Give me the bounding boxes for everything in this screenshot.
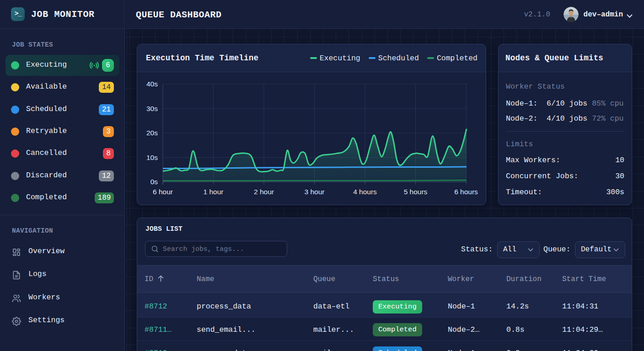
svg-text:4 hours: 4 hours: [353, 188, 377, 196]
svg-text:5 hours: 5 hours: [404, 188, 428, 196]
svg-text:20s: 20s: [146, 129, 158, 137]
svg-text:0s: 0s: [150, 178, 158, 186]
svg-text:6 hour: 6 hour: [153, 188, 173, 196]
svg-text:1 hour: 1 hour: [204, 188, 224, 196]
svg-text:40s: 40s: [146, 80, 158, 88]
svg-text:10s: 10s: [146, 154, 158, 161]
svg-text:2 hour: 2 hour: [254, 188, 274, 196]
svg-text:6 hours: 6 hours: [454, 188, 478, 196]
svg-text:30s: 30s: [146, 105, 158, 112]
svg-text:3 hour: 3 hour: [305, 188, 325, 196]
